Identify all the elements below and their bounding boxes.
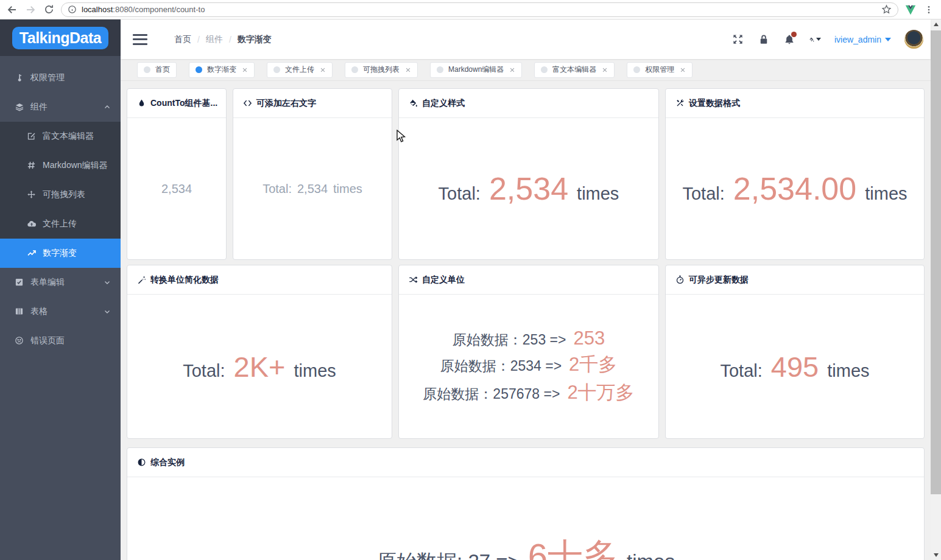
menu-toggle-icon[interactable] (133, 34, 147, 45)
stopwatch-icon (675, 275, 685, 284)
browser-toolbar: localhost:8080/component/count-to (0, 0, 941, 19)
count-line: Total: 495 times (720, 350, 869, 383)
close-icon[interactable] (509, 67, 515, 73)
breadcrumb-components[interactable]: 组件 (206, 34, 223, 45)
cloud-upload-icon (27, 219, 37, 229)
hash-icon (27, 161, 37, 170)
card-custom-style: 自定义样式 Total: 2,534 times (398, 88, 659, 260)
sidebar-item-markdown[interactable]: Markdown编辑器 (0, 151, 121, 180)
sidebar-item-label: 可拖拽列表 (43, 189, 85, 200)
browser-menu-icon[interactable] (923, 4, 935, 16)
count-line: 原始数据：2534 => 2千多 (440, 352, 618, 377)
avatar[interactable] (904, 30, 923, 49)
paint-bucket-icon (409, 99, 418, 108)
count-value: 495 (771, 350, 819, 383)
sidebar-item-drag-list[interactable]: 可拖拽列表 (0, 180, 121, 209)
bell-icon[interactable] (783, 33, 795, 46)
tab-drag-list[interactable]: 可拖拽列表 (345, 62, 418, 78)
tab-label: Markdown编辑器 (448, 65, 504, 75)
planet-icon (137, 458, 146, 467)
page-scrollbar[interactable] (931, 19, 941, 560)
top-header: 首页 / 组件 / 数字渐变 (121, 19, 931, 59)
key-icon (15, 73, 24, 83)
scrollbar-thumb[interactable] (931, 30, 941, 494)
tab-label: 首页 (155, 65, 170, 75)
count-value: 2K+ (234, 350, 286, 383)
sidebar-item-label: 文件上传 (43, 219, 77, 229)
close-icon[interactable] (320, 67, 326, 73)
chevron-up-icon (104, 103, 111, 111)
card-title: 可添加左右文字 (256, 98, 316, 109)
card-combined-example: 综合实例 原始数据: 27 => 6十多 times (127, 447, 925, 560)
tab-dot-icon (273, 66, 280, 73)
tab-count-to[interactable]: 数字渐变 (189, 62, 255, 78)
tools-icon (675, 99, 685, 108)
close-icon[interactable] (242, 67, 248, 73)
count-value: 2,534 (161, 182, 192, 196)
sidebar-item-label: Markdown编辑器 (43, 160, 108, 171)
sidebar-item-label: 数字渐变 (43, 248, 77, 259)
trending-up-icon (27, 248, 37, 258)
tab-permission[interactable]: 权限管理 (627, 62, 693, 78)
lock-icon[interactable] (758, 33, 770, 46)
scroll-up-icon[interactable] (931, 19, 941, 29)
count-line: 原始数据: 27 => 6十多 times (376, 533, 675, 560)
shuffle-icon (409, 275, 418, 284)
sidebar-item-error-page[interactable]: 错误页面 (0, 326, 121, 355)
scroll-down-icon[interactable] (931, 550, 941, 560)
vue-devtools-icon[interactable] (904, 4, 917, 16)
count-line: Total: 2K+ times (183, 350, 336, 383)
back-icon[interactable] (6, 4, 18, 16)
username: iview_admin (834, 35, 881, 44)
chevron-down-icon (885, 38, 891, 41)
sidebar-item-count-to[interactable]: 数字渐变 (0, 239, 121, 268)
close-icon[interactable] (405, 67, 411, 73)
sidebar: TalkingData 权限管理 组件 (0, 19, 121, 560)
card-unit-simplify: 转换单位简化数据 Total: 2K+ times (127, 265, 392, 439)
user-menu[interactable]: iview_admin (834, 35, 891, 44)
close-icon[interactable] (602, 67, 608, 73)
app-logo[interactable]: TalkingData (12, 27, 108, 49)
layers-icon (15, 102, 24, 112)
sidebar-item-components[interactable]: 组件 (0, 93, 121, 122)
code-icon (243, 99, 252, 108)
logo-area: TalkingData (0, 19, 121, 56)
sidebar-item-permission[interactable]: 权限管理 (0, 63, 121, 93)
bookmark-star-icon[interactable] (881, 4, 892, 15)
card-title: 设置数据格式 (689, 98, 740, 109)
notification-badge (791, 32, 797, 37)
count-value: 6十多 (528, 533, 618, 560)
count-line: Total: 2,534 times (439, 170, 619, 207)
count-line: Total: 2,534.00 times (682, 170, 907, 207)
breadcrumb-home[interactable]: 首页 (174, 34, 191, 45)
sidebar-item-upload[interactable]: 文件上传 (0, 209, 121, 239)
water-drop-icon (137, 99, 146, 108)
card-basic-usage: CountTo组件基... 2,534 (127, 88, 227, 260)
tab-home[interactable]: 首页 (137, 62, 177, 78)
tab-markdown[interactable]: Markdown编辑器 (430, 62, 522, 78)
url-text: localhost:8080/component/count-to (82, 5, 205, 14)
refresh-icon[interactable] (43, 4, 55, 16)
count-value: 2,534.00 (733, 170, 856, 207)
info-icon[interactable] (68, 5, 77, 14)
sidebar-item-rich-editor[interactable]: 富文本编辑器 (0, 122, 121, 151)
paint-bucket-icon[interactable] (809, 33, 821, 46)
card-left-right-text: 可添加左右文字 Total:2,534times (233, 88, 392, 260)
sidebar-item-form-edit[interactable]: 表单编辑 (0, 268, 121, 297)
sidebar-item-label: 表格 (30, 306, 48, 317)
count-value: 2千多 (569, 352, 617, 377)
count-line: 原始数据：253 => 253 (453, 327, 605, 349)
fullscreen-icon[interactable] (732, 33, 744, 46)
url-bar[interactable]: localhost:8080/component/count-to (61, 2, 898, 17)
screen: localhost:8080/component/count-to Talkin… (0, 0, 941, 560)
tab-dot-icon (633, 66, 640, 73)
card-custom-unit: 自定义单位 原始数据：253 => 253 原始数据：2534 => 2千多 (398, 265, 659, 439)
sidebar-item-label: 富文本编辑器 (43, 131, 94, 142)
tab-rich-editor[interactable]: 富文本编辑器 (534, 62, 615, 78)
forward-icon[interactable] (24, 4, 37, 16)
card-title: 综合实例 (150, 457, 185, 468)
tags-nav: 首页 数字渐变 文件上传 可拖拽列表 (121, 59, 931, 81)
tab-upload[interactable]: 文件上传 (267, 62, 333, 78)
sidebar-item-table[interactable]: 表格 (0, 297, 121, 326)
close-icon[interactable] (680, 67, 686, 73)
